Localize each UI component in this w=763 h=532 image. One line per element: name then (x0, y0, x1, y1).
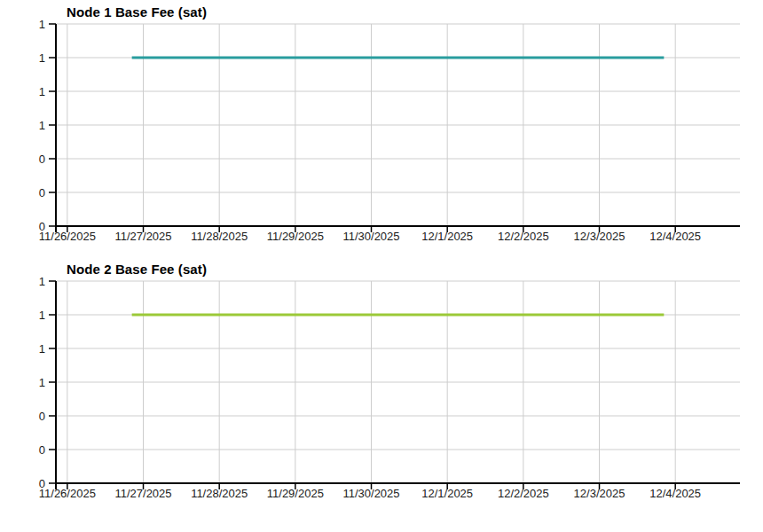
x-tick-label: 12/1/2025 (421, 487, 473, 500)
y-tick-label: 1 (39, 376, 45, 389)
plot-area-node2: 11/26/202511/27/202511/28/202511/29/2025… (0, 257, 763, 510)
x-tick-label: 11/27/2025 (114, 230, 171, 243)
y-tick-label: 1 (39, 51, 45, 65)
plot-area-node1: 11/26/202511/27/202511/28/202511/29/2025… (0, 0, 763, 253)
y-tick-label: 1 (39, 309, 45, 322)
x-tick-label: 11/26/2025 (39, 487, 96, 500)
x-tick-label: 12/1/2025 (421, 230, 473, 243)
dashboard-canvas: Node 1 Base Fee (sat) 11/26/202511/27/20… (0, 0, 763, 532)
chart-node1-base-fee: Node 1 Base Fee (sat) 11/26/202511/27/20… (0, 0, 763, 253)
y-tick-label: 1 (39, 18, 45, 31)
y-tick-label: 0 (39, 477, 45, 490)
x-tick-label: 11/28/2025 (191, 230, 248, 243)
y-tick-label: 0 (39, 220, 45, 233)
y-tick-label: 0 (39, 153, 45, 166)
x-tick-label: 11/29/2025 (267, 230, 324, 243)
y-tick-label: 0 (39, 443, 45, 457)
y-tick-label: 1 (39, 342, 45, 356)
x-tick-label: 12/4/2025 (649, 230, 701, 243)
x-tick-label: 12/4/2025 (649, 487, 701, 500)
x-tick-label: 11/28/2025 (191, 487, 248, 500)
x-tick-label: 11/29/2025 (267, 487, 324, 500)
x-tick-label: 12/2/2025 (498, 230, 549, 243)
y-tick-label: 0 (39, 410, 45, 423)
y-tick-label: 1 (39, 119, 45, 132)
x-tick-label: 11/26/2025 (39, 230, 96, 243)
x-tick-label: 12/2/2025 (498, 487, 549, 500)
x-tick-label: 12/3/2025 (574, 230, 625, 243)
x-tick-label: 11/27/2025 (114, 487, 171, 500)
y-tick-label: 1 (39, 85, 45, 98)
y-tick-label: 0 (39, 186, 45, 200)
y-tick-label: 1 (39, 275, 45, 288)
chart-node2-base-fee: Node 2 Base Fee (sat) 11/26/202511/27/20… (0, 257, 763, 510)
x-tick-label: 11/30/2025 (342, 230, 399, 243)
x-tick-label: 11/30/2025 (342, 487, 399, 500)
x-tick-label: 12/3/2025 (574, 487, 625, 500)
